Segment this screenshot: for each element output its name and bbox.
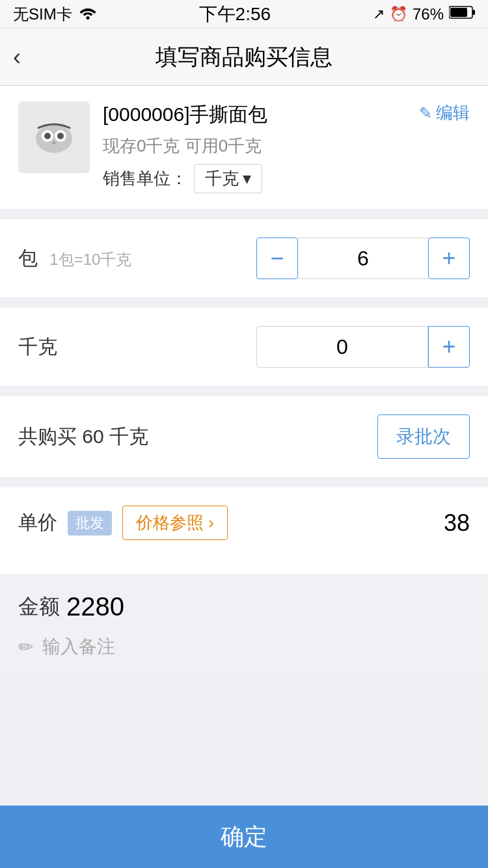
price-section: 单价 批发 价格参照 › 38 xyxy=(0,487,488,574)
location-icon: ↗ xyxy=(373,6,385,23)
remark-row[interactable]: ✏ 输入备注 xyxy=(18,634,470,659)
status-right: ↗ ⏰ 76% xyxy=(373,5,475,23)
batch-tag: 批发 xyxy=(68,511,112,536)
bao-input-section: 包 1包=10千克 − + xyxy=(0,219,488,297)
svg-point-6 xyxy=(44,133,51,139)
amount-value: 2280 xyxy=(66,592,124,621)
edit-button[interactable]: ✎ 编辑 xyxy=(419,102,470,124)
chevron-down-icon: ▾ xyxy=(243,169,251,189)
pencil-icon: ✏ xyxy=(18,636,33,658)
carrier-label: 无SIM卡 xyxy=(13,4,72,25)
bao-increment-button[interactable]: + xyxy=(428,237,470,279)
bao-hint: 1包=10千克 xyxy=(49,251,131,268)
status-left: 无SIM卡 xyxy=(13,4,97,25)
kg-input-section: 千克 + xyxy=(0,308,488,386)
battery-label: 76% xyxy=(413,5,444,23)
summary-row: 共购买 60 千克 录批次 xyxy=(0,396,488,477)
product-info: [0000006]手撕面包 现存0千克 可用0千克 销售单位： 千克 ▾ xyxy=(103,102,470,193)
bao-qty-input[interactable] xyxy=(298,237,428,279)
kg-row: 千克 + xyxy=(0,308,488,386)
bao-label: 包 1包=10千克 xyxy=(18,245,256,272)
confirm-button[interactable]: 确定 xyxy=(0,806,488,868)
price-ref-button[interactable]: 价格参照 › xyxy=(122,506,228,540)
back-button[interactable]: ‹ xyxy=(13,44,21,71)
price-label: 单价 批发 价格参照 › xyxy=(18,506,228,540)
product-stock: 现存0千克 可用0千克 xyxy=(103,135,470,157)
product-unit: 销售单位： 千克 ▾ xyxy=(103,164,470,193)
product-card: [0000006]手撕面包 现存0千克 可用0千克 销售单位： 千克 ▾ ✎ 编… xyxy=(0,86,488,209)
amount-label: 金额 xyxy=(18,593,60,621)
kg-qty-input[interactable] xyxy=(256,326,428,368)
kg-label: 千克 xyxy=(18,334,256,360)
summary-text: 共购买 60 千克 xyxy=(18,424,148,450)
batch-button[interactable]: 录批次 xyxy=(377,414,470,459)
bao-decrement-button[interactable]: − xyxy=(256,237,298,279)
svg-point-7 xyxy=(57,133,64,139)
unit-label: 销售单位： xyxy=(103,167,187,190)
bao-qty-control: − + xyxy=(256,237,470,279)
kg-qty-control: + xyxy=(256,326,470,368)
edit-icon: ✎ xyxy=(419,104,432,122)
product-name: [0000006]手撕面包 xyxy=(103,102,470,128)
battery-icon xyxy=(449,5,475,23)
kg-increment-button[interactable]: + xyxy=(428,326,470,368)
remark-placeholder: 输入备注 xyxy=(42,634,115,659)
amount-row: 金额 2280 xyxy=(18,592,470,621)
nav-bar: ‹ 填写商品购买信息 xyxy=(0,29,488,86)
svg-point-3 xyxy=(36,124,72,153)
amount-section: 金额 2280 ✏ 输入备注 xyxy=(0,574,488,672)
alarm-icon: ⏰ xyxy=(390,6,407,23)
svg-rect-1 xyxy=(472,10,475,15)
wifi-icon xyxy=(79,5,97,23)
status-time: 下午2:56 xyxy=(199,2,271,27)
price-value: 38 xyxy=(444,509,470,537)
product-thumbnail xyxy=(18,102,90,173)
bao-row: 包 1包=10千克 − + xyxy=(0,219,488,297)
page-title: 填写商品购买信息 xyxy=(156,42,332,72)
status-bar: 无SIM卡 下午2:56 ↗ ⏰ 76% xyxy=(0,0,488,29)
price-row: 单价 批发 价格参照 › 38 xyxy=(18,506,470,540)
svg-rect-2 xyxy=(450,8,467,17)
unit-select[interactable]: 千克 ▾ xyxy=(194,164,262,193)
